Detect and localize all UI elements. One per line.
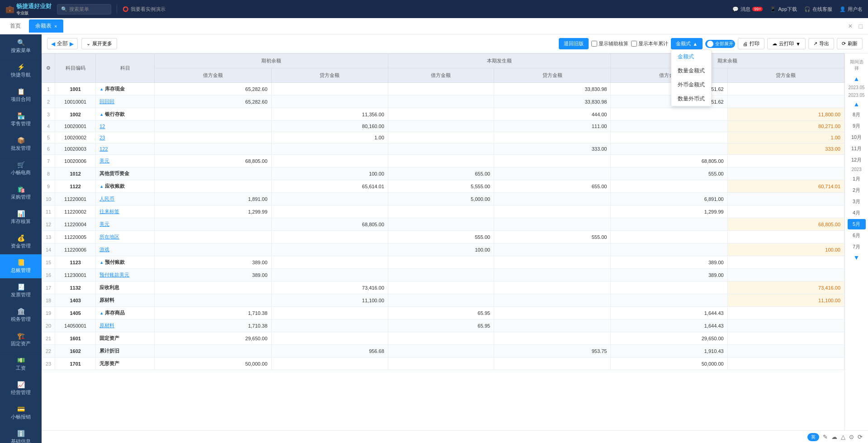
month-12[interactable]: 12月	[848, 155, 866, 165]
tab-balance-sheet[interactable]: 余额表 ×	[29, 19, 63, 33]
period-up-arrow2[interactable]: ▲	[853, 100, 861, 109]
dropdown-item-qty-amount[interactable]: 数量金额式	[671, 64, 711, 78]
row-name[interactable]: 原材料	[96, 319, 155, 332]
sidebar-item-invoice[interactable]: 🧾 发票管理	[0, 279, 42, 303]
sidebar-item-fixed-assets[interactable]: 🏗️ 固定资产	[0, 328, 42, 352]
row-name[interactable]: ▲ 银行存款	[96, 108, 155, 121]
circle-icon[interactable]: ⊙	[849, 433, 854, 440]
month-4[interactable]: 4月	[848, 208, 866, 218]
message-button[interactable]: 💬 消息 99+	[732, 6, 763, 13]
tab-home[interactable]: 首页	[4, 19, 27, 33]
balance-type-dropdown-menu: 金额式 数量金额式 外币金额式 数量外币式	[671, 49, 712, 106]
export-button[interactable]: ↗ 导出	[808, 38, 834, 49]
show-assist-checkbox[interactable]	[591, 41, 597, 47]
month-1[interactable]: 1月	[848, 174, 866, 184]
row-name[interactable]: 回回回	[96, 95, 155, 108]
cloud-print-button[interactable]: ☁ 云打印 ▼	[767, 38, 806, 49]
sidebar-item-ledger[interactable]: 📒 总账管理	[0, 254, 42, 279]
row-name[interactable]: ▲ 库存商品	[96, 307, 155, 319]
refresh-button[interactable]: ⟳ 刷新	[837, 38, 863, 49]
row-name[interactable]: ▲ 库存现金	[96, 83, 155, 95]
sidebar-item-retail[interactable]: 🏪 零售管理	[0, 108, 42, 132]
row-bq_cr	[494, 193, 611, 205]
sidebar-operations-label: 经营管理	[11, 389, 31, 396]
sidebar-item-basic-info[interactable]: ℹ️ 基础信息	[0, 425, 42, 443]
tab-close-icon[interactable]: ×	[54, 24, 57, 29]
settings-header[interactable]: ⚙	[42, 54, 55, 83]
month-2[interactable]: 2月	[848, 185, 866, 195]
top-search-box[interactable]: 🔍 搜索菜单	[57, 4, 111, 14]
online-service-button[interactable]: 🎧 在线客服	[804, 6, 832, 13]
subject-search-box[interactable]: ◀ 全部 ▶	[47, 38, 78, 49]
sidebar-item-search[interactable]: 🔍 搜索菜单	[0, 34, 42, 59]
expand-all-toggle[interactable]: 全部展开	[705, 40, 735, 48]
arrow-right-icon[interactable]: ▶	[70, 41, 74, 47]
sidebar-item-inventory[interactable]: 📊 库存核算	[0, 205, 42, 230]
app-download-button[interactable]: 📱 App下载	[770, 6, 797, 13]
row-name[interactable]: 122	[96, 143, 155, 155]
row-name[interactable]: 23	[96, 132, 155, 143]
sidebar-item-ecommerce[interactable]: 🛒 小畅电商	[0, 157, 42, 181]
month-10[interactable]: 10月	[848, 132, 866, 143]
window-maximize-button[interactable]: □	[857, 23, 864, 30]
period-up-arrow[interactable]: ▲	[853, 74, 861, 83]
dropdown-item-qty-foreign[interactable]: 数量外币式	[671, 92, 711, 106]
month-9[interactable]: 9月	[848, 121, 866, 131]
row-name[interactable]: 所在地区	[96, 231, 155, 243]
row-name[interactable]: 应收利息	[96, 281, 155, 294]
sidebar-item-project-contract[interactable]: 📋 项目合同	[0, 83, 42, 108]
balance-type-button[interactable]: 金额式 ▲	[671, 38, 703, 49]
lang-button[interactable]: 英	[807, 433, 819, 441]
row-name[interactable]: ▲ 预付账款	[96, 256, 155, 269]
window-close-button[interactable]: ×	[845, 22, 855, 30]
sidebar-item-operations[interactable]: 📈 经营管理	[0, 376, 42, 401]
sidebar-item-payroll[interactable]: 💵 工资	[0, 352, 42, 376]
month-7[interactable]: 7月	[848, 242, 866, 252]
period-down-arrow[interactable]: ▼	[853, 253, 861, 262]
row-name[interactable]: 美元	[96, 155, 155, 167]
row-name[interactable]: 其他货币资金	[96, 167, 155, 180]
export-label: 导出	[819, 40, 829, 47]
row-name[interactable]: 无形资产	[96, 357, 155, 370]
triangle-icon[interactable]: △	[841, 433, 845, 440]
rotate-icon[interactable]: ⟳	[858, 433, 863, 440]
row-name[interactable]: 往来标签	[96, 205, 155, 218]
return-old-version-button[interactable]: 退回旧版	[559, 38, 589, 49]
demo-button[interactable]: ⭕ 我要看实例演示	[123, 6, 165, 13]
dropdown-item-foreign-amount[interactable]: 外币金额式	[671, 78, 711, 92]
row-qm_dr	[611, 281, 727, 294]
row-name[interactable]: 预付账款美元	[96, 269, 155, 281]
row-number: 2	[42, 95, 55, 108]
dropdown-item-amount[interactable]: 金额式	[671, 50, 711, 64]
sidebar-item-capital[interactable]: 💰 资金管理	[0, 230, 42, 254]
row-name[interactable]: 游戏	[96, 243, 155, 256]
sidebar-item-tax[interactable]: 🏛️ 税务管理	[0, 303, 42, 328]
edit-icon[interactable]: ✎	[823, 433, 828, 440]
row-name[interactable]: ▲ 应收账款	[96, 180, 155, 193]
row-name[interactable]: 12	[96, 121, 155, 132]
user-button[interactable]: 👤 用户名	[840, 6, 863, 13]
print-button[interactable]: 🖨 打印	[738, 38, 764, 49]
month-6[interactable]: 6月	[848, 230, 866, 241]
row-name[interactable]: 固定资产	[96, 332, 155, 345]
row-qm_dr	[611, 180, 727, 193]
sidebar-item-purchase[interactable]: 🛍️ 采购管理	[0, 181, 42, 205]
month-3[interactable]: 3月	[848, 196, 866, 207]
row-name[interactable]: 原材料	[96, 294, 155, 307]
sidebar-item-expense[interactable]: 💳 小畅报销	[0, 401, 42, 425]
sidebar-item-wholesale[interactable]: 📦 批发管理	[0, 132, 42, 157]
row-code: 1012	[55, 167, 96, 180]
expand-more-button[interactable]: ⌄ 展开更多	[81, 38, 117, 49]
cloud-icon[interactable]: ☁	[831, 433, 837, 440]
month-11[interactable]: 11月	[848, 143, 866, 154]
sidebar-item-quick-nav[interactable]: ⚡ 快捷导航	[0, 59, 42, 83]
row-qm_cr	[727, 332, 844, 345]
arrow-left-icon[interactable]: ◀	[51, 41, 55, 47]
month-8[interactable]: 8月	[848, 110, 866, 120]
row-name[interactable]: 人民币	[96, 193, 155, 205]
row-bq_dr	[388, 121, 494, 132]
show-ytd-checkbox[interactable]	[631, 41, 637, 47]
row-name[interactable]: 美元	[96, 218, 155, 231]
row-name[interactable]: 累计折旧	[96, 345, 155, 357]
month-5[interactable]: 5月	[848, 219, 866, 229]
